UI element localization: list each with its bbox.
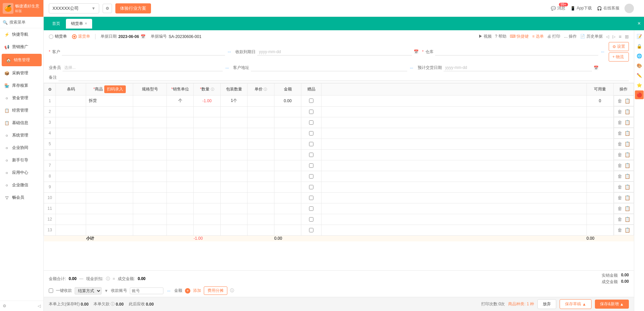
right-icon-2[interactable]: 🔒 [635, 42, 644, 50]
address-input[interactable] [251, 64, 407, 71]
history-btn[interactable]: 📄 历史单据 [580, 34, 602, 39]
sidebar-item-member[interactable]: ▽ 畅会员 [0, 191, 43, 204]
warehouse-input[interactable]: 建材仓 [435, 48, 598, 55]
salesperson-input[interactable] [63, 64, 223, 71]
print-btn[interactable]: 🖨 打印 [547, 34, 560, 39]
customer-input[interactable] [62, 48, 225, 55]
settings-btn[interactable]: ⚙ 设置 [609, 42, 629, 51]
gift-checkbox[interactable] [309, 174, 313, 179]
right-icon-6[interactable]: ⭐ [635, 81, 644, 89]
gift-checkbox[interactable] [309, 131, 313, 135]
due-date-input[interactable] [257, 48, 412, 55]
copy-row-btn[interactable]: 📋 [624, 227, 631, 233]
delete-row-btn[interactable]: 🗑 [617, 205, 623, 212]
delete-row-btn[interactable]: 🗑 [617, 130, 623, 137]
gift-checkbox[interactable] [309, 185, 313, 189]
sidebar-collapse-icon[interactable]: ◁ [38, 304, 41, 308]
right-icon-3[interactable]: 🌐 [635, 51, 644, 60]
delete-row-btn[interactable]: 🗑 [617, 141, 623, 147]
right-icon-4[interactable]: 🎨 [635, 61, 644, 70]
save-new-btn[interactable]: 保存&新增 ▲ [595, 300, 629, 309]
copy-row-btn[interactable]: 📋 [624, 205, 631, 212]
sidebar-item-purchase[interactable]: 📦 采购管理 [0, 67, 43, 79]
nav-next-icon[interactable]: ▷ [612, 34, 615, 39]
split-info-icon[interactable]: ⓘ [230, 288, 234, 294]
message-action[interactable]: 💬 消息 99+ [551, 5, 565, 11]
delete-row-btn[interactable]: 🗑 [617, 227, 623, 233]
copy-row-btn[interactable]: 📋 [624, 108, 631, 115]
tab-sales[interactable]: 销货单 × [66, 19, 92, 29]
gift-checkbox[interactable] [309, 142, 313, 146]
salesperson-ellipsis[interactable]: ··· [224, 66, 230, 70]
sidebar-settings-icon[interactable]: ⚙ [3, 304, 6, 308]
delete-row-btn[interactable]: 🗑 [617, 119, 623, 126]
gift-checkbox[interactable] [309, 120, 313, 125]
shortcut-key-btn[interactable]: ⌨ 快捷键 [510, 34, 529, 39]
delivery-date-cal-icon[interactable]: 📅 [594, 66, 599, 70]
customer-ellipsis[interactable]: ··· [227, 49, 232, 54]
video-btn[interactable]: ▶ 视频 [479, 34, 492, 39]
gift-checkbox[interactable] [309, 217, 313, 222]
gift-checkbox[interactable] [309, 99, 313, 103]
account-input[interactable] [130, 287, 163, 294]
radio-sales-order[interactable]: 销货单 [49, 34, 67, 39]
sidebar-item-sales[interactable]: 🏠 销售管理 [2, 54, 42, 66]
add-payment-btn[interactable]: + [185, 288, 190, 294]
sidebar-item-marketing[interactable]: 📢 营销推广 [0, 41, 43, 53]
sidebar-search[interactable]: 🔍 搜索菜单 [0, 17, 43, 28]
gift-checkbox[interactable] [309, 228, 313, 232]
calc-method-select[interactable]: 结算方式 [75, 287, 102, 295]
copy-row-btn[interactable]: 📋 [624, 216, 631, 223]
discount-info-icon[interactable]: ⓘ [106, 276, 110, 282]
gift-checkbox[interactable] [309, 110, 313, 114]
delete-row-btn[interactable]: 🗑 [617, 194, 623, 201]
tab-home[interactable]: 首页 [47, 19, 65, 29]
gift-checkbox[interactable] [309, 196, 313, 200]
copy-row-btn[interactable]: 📋 [624, 98, 631, 104]
delete-row-btn[interactable]: 🗑 [617, 184, 623, 190]
abandon-btn[interactable]: 放弃 [537, 299, 556, 309]
sidebar-item-finance[interactable]: ○ 资金管理 [0, 92, 43, 104]
date-picker-icon[interactable]: 📅 [141, 34, 146, 39]
sidebar-item-collab[interactable]: ○ 企业协同 [0, 142, 43, 154]
copy-row-btn[interactable]: 📋 [624, 130, 631, 137]
sidebar-item-shortcut[interactable]: ⚡ 快捷导航 [0, 28, 43, 41]
due-date-cal-icon[interactable]: 📅 [414, 49, 419, 54]
sidebar-item-inventory[interactable]: 🏪 库存核算 [0, 79, 43, 92]
scan-btn[interactable]: 扫码录入 [104, 85, 126, 93]
delete-row-btn[interactable]: 🗑 [617, 98, 623, 104]
app-download-action[interactable]: 📱 App下载 [570, 5, 592, 11]
warehouse-ellipsis[interactable]: ··· [600, 49, 605, 54]
note-input[interactable] [59, 74, 629, 81]
company-selector[interactable]: XXXXXX公司 ▼ [49, 3, 99, 13]
delete-row-btn[interactable]: 🗑 [617, 162, 623, 169]
account-ellipsis[interactable]: ··· [166, 288, 172, 293]
copy-row-btn[interactable]: 📋 [624, 184, 631, 190]
copy-row-btn[interactable]: 📋 [624, 141, 631, 147]
delete-row-btn[interactable]: 🗑 [617, 151, 623, 158]
right-icon-5[interactable]: ✏️ [635, 71, 644, 80]
sidebar-item-operations[interactable]: 📋 经营管理 [0, 104, 43, 117]
online-service-action[interactable]: 🎧 在线客服 [597, 5, 619, 11]
copy-row-btn[interactable]: 📋 [624, 119, 631, 126]
right-icon-7[interactable]: 🔴 [635, 90, 644, 99]
right-icon-1[interactable]: 📝 [635, 32, 644, 41]
split-btn[interactable]: 费用分摊 [204, 286, 227, 295]
sidebar-item-wechat[interactable]: ○ 企业微信 [0, 179, 43, 191]
sidebar-item-guide[interactable]: ○ 新手引导 [0, 154, 43, 166]
ops-btn[interactable]: … 操作 [564, 34, 577, 39]
save-draft-btn[interactable]: 保存草稿 ▲ [560, 299, 592, 309]
user-avatar[interactable] [624, 4, 634, 13]
trial-button[interactable]: 体验行业方案 [115, 3, 151, 13]
delete-row-btn[interactable]: 🗑 [617, 108, 623, 115]
gift-checkbox[interactable] [309, 153, 313, 157]
col-settings[interactable]: ⚙ [44, 83, 56, 95]
radio-return-order[interactable]: 退货单 [72, 34, 90, 39]
view-grid-icon[interactable]: ⊞ [625, 34, 629, 39]
view-list-icon[interactable]: ≡ [619, 34, 621, 39]
nav-prev-icon[interactable]: ◁ [606, 34, 609, 39]
gift-checkbox[interactable] [309, 206, 313, 211]
one-click-pay-checkbox[interactable] [49, 288, 53, 293]
sidebar-item-basic[interactable]: 📋 基础信息 [0, 117, 43, 129]
window-close-icon[interactable]: × [638, 21, 641, 27]
